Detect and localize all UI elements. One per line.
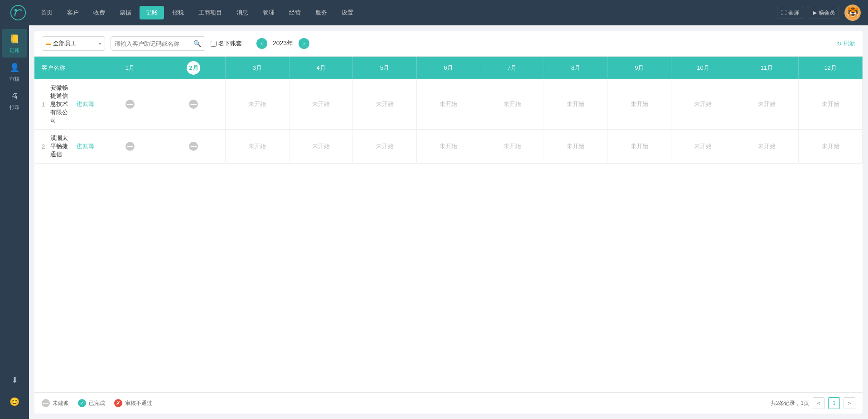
month-cell-m5: 未开始 bbox=[353, 79, 417, 130]
month-cell-m6: 未开始 bbox=[416, 130, 480, 164]
sidebar-icon: 📒 bbox=[8, 33, 21, 45]
not-started-status: 未开始 bbox=[503, 101, 521, 107]
content-card: ▬ 全部员工 ▾ 🔍 名下账套 ‹ 2023年 › bbox=[34, 31, 863, 414]
not-started-status: 未开始 bbox=[248, 101, 266, 107]
accounts-table: 客户名称1月2月3月4月5月6月7月8月9月10月11月12月 1 安徽畅捷通信… bbox=[34, 57, 863, 164]
not-started-status: 未开始 bbox=[631, 143, 648, 149]
nav-item-收费[interactable]: 收费 bbox=[87, 6, 111, 19]
month-cell-m6: 未开始 bbox=[416, 79, 480, 130]
search-icon[interactable]: 🔍 bbox=[193, 40, 201, 47]
enter-ledger-link[interactable]: 进账簿 bbox=[77, 142, 94, 150]
rejected-icon: ✗ bbox=[114, 399, 122, 407]
col-header-m6: 6月 bbox=[416, 57, 480, 79]
dash-status-icon: — bbox=[125, 142, 135, 151]
nav-menu: 首页客户收费票据记账报税工商项目消息管理经营服务设置 bbox=[34, 6, 777, 19]
next-page-button[interactable]: > bbox=[844, 397, 855, 409]
checkbox-label[interactable]: 名下账套 bbox=[211, 39, 242, 48]
toolbar: ▬ 全部员工 ▾ 🔍 名下账套 ‹ 2023年 › bbox=[34, 31, 863, 57]
row-number: 2 bbox=[42, 143, 45, 150]
nav-item-记账[interactable]: 记账 bbox=[140, 6, 164, 19]
month-cell-m4: 未开始 bbox=[289, 130, 353, 164]
sidebar-label: 审核 bbox=[10, 76, 19, 82]
search-input[interactable] bbox=[115, 40, 191, 47]
rejected-label: 审核不通过 bbox=[125, 400, 152, 407]
month-cell-m7: 未开始 bbox=[480, 130, 544, 164]
legend-rejected: ✗ 审核不通过 bbox=[114, 399, 152, 407]
member-icon: ▶ bbox=[813, 10, 817, 16]
sidebar-item-记账[interactable]: 📒记账 bbox=[2, 29, 27, 58]
current-page[interactable]: 1 bbox=[828, 397, 840, 409]
sidebar-bottom-icon: ⬇ bbox=[8, 374, 21, 386]
not-started-status: 未开始 bbox=[439, 101, 457, 107]
col-header-m9: 9月 bbox=[608, 57, 671, 79]
not-started-status: 未开始 bbox=[758, 101, 776, 107]
month-cell-m3: 未开始 bbox=[226, 79, 289, 130]
table-row: 2 漠澜太平畅捷通信 进账簿 ——未开始未开始未开始未开始未开始未开始未开始未开… bbox=[34, 130, 863, 164]
month-cell-m9: 未开始 bbox=[608, 79, 671, 130]
col-header-m10: 10月 bbox=[671, 57, 735, 79]
chevron-down-icon: ▾ bbox=[99, 41, 101, 46]
nav-item-服务[interactable]: 服务 bbox=[309, 6, 333, 19]
footer: — 未建账 ✓ 已完成 ✗ 审核不通过 共2条记录，1页 < 1 > bbox=[34, 392, 863, 414]
nav-item-工商项目[interactable]: 工商项目 bbox=[192, 6, 228, 19]
month-cell-m10: 未开始 bbox=[671, 130, 735, 164]
nav-item-设置[interactable]: 设置 bbox=[335, 6, 360, 19]
month-cell-m3: 未开始 bbox=[226, 130, 289, 164]
nav-item-报税[interactable]: 报税 bbox=[166, 6, 190, 19]
legend-not-built: — 未建账 bbox=[42, 399, 69, 407]
sidebar-icon: 👤 bbox=[8, 61, 21, 74]
month-cell-m12: 未开始 bbox=[799, 130, 863, 164]
not-started-status: 未开始 bbox=[439, 143, 457, 149]
sidebar-item-打印[interactable]: 🖨打印 bbox=[2, 86, 27, 115]
col-header-m4: 4月 bbox=[289, 57, 353, 79]
month-cell-m10: 未开始 bbox=[671, 79, 735, 130]
prev-year-button[interactable]: ‹ bbox=[256, 38, 267, 49]
sidebar-bottom-item-1[interactable]: 😊 bbox=[2, 392, 27, 412]
month-cell-m4: 未开始 bbox=[289, 79, 353, 130]
refresh-button[interactable]: ↻ 刷新 bbox=[837, 39, 855, 48]
customer-name-cell: 2 漠澜太平畅捷通信 进账簿 bbox=[34, 130, 98, 164]
nav-item-经营[interactable]: 经营 bbox=[283, 6, 307, 19]
search-wrapper[interactable]: 🔍 bbox=[111, 36, 205, 51]
sidebar-label: 打印 bbox=[10, 104, 19, 111]
prev-page-button[interactable]: < bbox=[813, 397, 825, 409]
active-month-badge: 2月 bbox=[187, 61, 200, 75]
col-header-m11: 11月 bbox=[735, 57, 799, 79]
nav-item-消息[interactable]: 消息 bbox=[230, 6, 255, 19]
table-container: 客户名称1月2月3月4月5月6月7月8月9月10月11月12月 1 安徽畅捷通信… bbox=[34, 57, 863, 392]
employee-select[interactable]: ▬ 全部员工 ▾ bbox=[42, 36, 105, 51]
not-started-status: 未开始 bbox=[376, 143, 394, 149]
month-cell-m1: — bbox=[98, 79, 162, 130]
member-button[interactable]: ▶ 畅会员 bbox=[809, 7, 839, 19]
col-header-m7: 7月 bbox=[480, 57, 544, 79]
not-built-label: 未建账 bbox=[53, 400, 69, 407]
dash-status-icon: — bbox=[125, 100, 135, 109]
customer-name-cell: 1 安徽畅捷通信息技术有限公司 进账簿 bbox=[34, 79, 98, 130]
pagination: 共2条记录，1页 < 1 > bbox=[771, 397, 855, 409]
svg-point-1 bbox=[14, 9, 17, 11]
content-area: ▬ 全部员工 ▾ 🔍 名下账套 ‹ 2023年 › bbox=[29, 25, 868, 419]
my-accounts-checkbox[interactable] bbox=[211, 41, 217, 47]
sidebar-bottom-item-0[interactable]: ⬇ bbox=[2, 370, 27, 390]
sidebar-icon: 🖨 bbox=[8, 90, 21, 102]
month-cell-m2: — bbox=[162, 130, 226, 164]
nav-item-客户[interactable]: 客户 bbox=[61, 6, 85, 19]
nav-item-管理[interactable]: 管理 bbox=[256, 6, 281, 19]
refresh-label: 刷新 bbox=[844, 39, 855, 48]
nav-item-首页[interactable]: 首页 bbox=[34, 6, 59, 19]
sidebar-bottom: ⬇😊 bbox=[2, 370, 27, 419]
enter-ledger-link[interactable]: 进账簿 bbox=[77, 100, 94, 108]
col-header-m5: 5月 bbox=[353, 57, 417, 79]
sidebar-item-审核[interactable]: 👤审核 bbox=[2, 58, 27, 86]
fullscreen-button[interactable]: ⛶ 全屏 bbox=[777, 7, 803, 19]
col-header-m1: 1月 bbox=[98, 57, 162, 79]
customer-name: 漠澜太平畅捷通信 bbox=[50, 134, 73, 159]
col-header-m12: 12月 bbox=[799, 57, 863, 79]
user-avatar[interactable]: 🐯 bbox=[844, 5, 861, 21]
nav-item-票据[interactable]: 票据 bbox=[113, 6, 138, 19]
not-started-status: 未开始 bbox=[312, 143, 330, 149]
employee-icon: ▬ bbox=[46, 40, 51, 47]
next-year-button[interactable]: › bbox=[299, 38, 309, 49]
fullscreen-label: 全屏 bbox=[788, 9, 799, 17]
not-started-status: 未开始 bbox=[248, 143, 266, 149]
